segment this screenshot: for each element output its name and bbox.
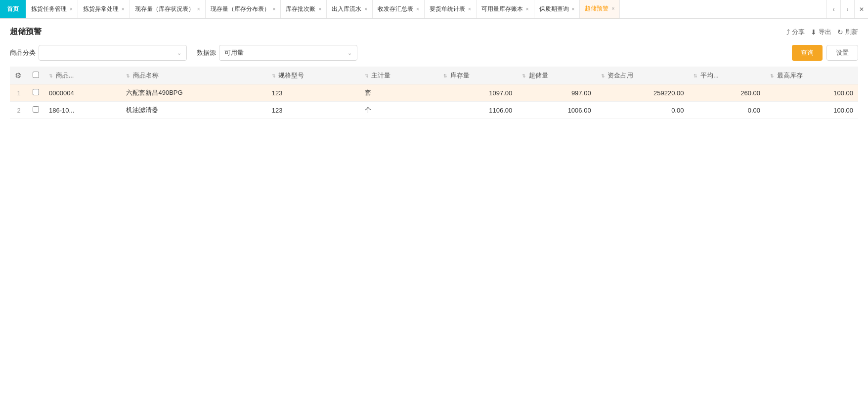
settings-gear-icon[interactable]: ⚙ xyxy=(15,71,21,79)
col-max: ⇅ 最高库存 xyxy=(765,67,858,84)
col-unit-label: 主计量 xyxy=(371,72,391,79)
nav-tab-label-8: 可用量库存账本 xyxy=(481,5,523,13)
nav-tab-close-7[interactable]: × xyxy=(468,6,471,12)
sort-icon-code: ⇅ xyxy=(49,74,53,79)
col-over: ⇅ 超储量 xyxy=(517,67,596,84)
sort-icon-capital: ⇅ xyxy=(601,74,605,79)
row-unit-0: 套 xyxy=(360,84,438,102)
nav-tab-0[interactable]: 拣货任务管理 × xyxy=(26,0,78,19)
nav-arrow-close[interactable]: ✕ xyxy=(854,0,868,19)
row-spec-0: 123 xyxy=(267,84,360,102)
category-label: 商品分类 xyxy=(10,48,36,57)
col-name: ⇅ 商品名称 xyxy=(121,67,266,84)
page-title: 超储预警 xyxy=(10,27,42,37)
row-capital-1: 0.00 xyxy=(596,102,689,119)
row-max-1: 100.00 xyxy=(765,102,858,119)
nav-tab-close-4[interactable]: × xyxy=(318,6,321,12)
col-max-label: 最高库存 xyxy=(777,72,803,79)
datasource-label: 数据源 xyxy=(197,48,216,57)
nav-tab-label-4: 库存批次账 xyxy=(286,5,315,13)
nav-tab-close-10[interactable]: × xyxy=(611,6,614,11)
row-max-0: 100.00 xyxy=(765,84,858,102)
nav-tab-close-2[interactable]: × xyxy=(197,6,200,12)
export-icon: ⬇ xyxy=(811,28,817,36)
nav-tab-label-1: 拣货异常处理 xyxy=(83,5,119,13)
row-checkbox-cell-1 xyxy=(28,102,44,119)
filter-actions: 查询 设置 xyxy=(792,45,858,61)
col-stock: ⇅ 库存量 xyxy=(438,67,517,84)
filter-datasource: 数据源 可用量 ⌄ xyxy=(197,45,357,61)
nav-tab-5[interactable]: 出入库流水 × xyxy=(327,0,373,19)
row-over-1: 1006.00 xyxy=(517,102,596,119)
export-label: 导出 xyxy=(819,28,831,37)
col-code-label: 商品... xyxy=(56,72,74,79)
nav-tab-6[interactable]: 收发存汇总表 × xyxy=(373,0,425,19)
row-unit-1: 个 xyxy=(360,102,438,119)
row-avg-1: 0.00 xyxy=(689,102,765,119)
col-spec: ⇅ 规格型号 xyxy=(267,67,360,84)
nav-home[interactable]: 首页 xyxy=(0,0,26,19)
share-action[interactable]: ⤴ 分享 xyxy=(786,28,805,37)
col-name-label: 商品名称 xyxy=(133,72,159,79)
datasource-value: 可用量 xyxy=(224,48,244,57)
row-checkbox-cell-0 xyxy=(28,84,44,102)
sort-icon-avg: ⇅ xyxy=(694,74,697,79)
sort-icon-spec: ⇅ xyxy=(272,74,276,79)
nav-arrow-left[interactable]: ‹ xyxy=(826,0,840,19)
nav-tab-label-3: 现存量（库存分布表） xyxy=(211,5,270,13)
refresh-label: 刷新 xyxy=(845,28,858,37)
col-capital-label: 资金占用 xyxy=(608,72,633,79)
data-table: ⚙ ⇅ 商品... ⇅ 商品名称 ⇅ 规格型号 ⇅ xyxy=(10,67,858,119)
nav-tab-9[interactable]: 保质期查询 × xyxy=(534,0,580,19)
nav-tab-1[interactable]: 拣货异常处理 × xyxy=(78,0,130,19)
col-avg-label: 平均... xyxy=(700,72,719,79)
nav-tab-close-3[interactable]: × xyxy=(273,6,276,12)
nav-tab-close-8[interactable]: × xyxy=(526,6,529,12)
sort-icon-unit: ⇅ xyxy=(365,74,369,79)
refresh-action[interactable]: ↻ 刷新 xyxy=(837,28,858,37)
nav-tab-close-9[interactable]: × xyxy=(572,6,575,12)
nav-tab-label-7: 要货单统计表 xyxy=(430,5,465,13)
row-avg-0: 260.00 xyxy=(689,84,765,102)
query-button[interactable]: 查询 xyxy=(792,45,823,61)
nav-tab-close-1[interactable]: × xyxy=(122,6,125,12)
filter-category: 商品分类 ⌄ xyxy=(10,45,187,61)
col-select-all xyxy=(28,67,44,84)
nav-tab-close-0[interactable]: × xyxy=(70,6,73,12)
select-all-checkbox[interactable] xyxy=(33,72,39,78)
nav-tab-label-0: 拣货任务管理 xyxy=(31,5,67,13)
nav-tab-label-2: 现存量（库存状况表） xyxy=(135,5,194,13)
col-code: ⇅ 商品... xyxy=(44,67,121,84)
export-action[interactable]: ⬇ 导出 xyxy=(811,28,831,37)
row-name-0: 六配套新昌490BPG xyxy=(121,84,266,102)
col-gear: ⚙ xyxy=(10,67,28,84)
share-label: 分享 xyxy=(792,28,805,37)
nav-tab-close-5[interactable]: × xyxy=(364,6,367,12)
category-select[interactable]: ⌄ xyxy=(39,45,187,61)
col-over-label: 超储量 xyxy=(529,72,548,79)
header-actions: ⤴ 分享 ⬇ 导出 ↻ 刷新 xyxy=(786,28,858,37)
table-row: 2 186-10... 机油滤清器 123 个 1106.00 1006.00 … xyxy=(10,102,858,119)
nav-tab-4[interactable]: 库存批次账 × xyxy=(281,0,327,19)
col-unit: ⇅ 主计量 xyxy=(360,67,438,84)
nav-tab-7[interactable]: 要货单统计表 × xyxy=(425,0,477,19)
nav-tab-2[interactable]: 现存量（库存状况表） × xyxy=(130,0,206,19)
row-select-0[interactable] xyxy=(33,89,39,95)
nav-tab-3[interactable]: 现存量（库存分布表） × xyxy=(206,0,281,19)
share-icon: ⤴ xyxy=(786,28,790,36)
datasource-select[interactable]: 可用量 ⌄ xyxy=(219,45,357,61)
home-label: 首页 xyxy=(7,5,19,13)
nav-tab-label-5: 出入库流水 xyxy=(332,5,361,13)
row-select-1[interactable] xyxy=(33,106,39,113)
nav-tab-10[interactable]: 超储预警 × xyxy=(580,0,620,19)
datasource-arrow-icon: ⌄ xyxy=(347,50,352,56)
nav-arrow-right[interactable]: › xyxy=(840,0,854,19)
nav-tab-close-6[interactable]: × xyxy=(416,6,419,12)
sort-icon-name: ⇅ xyxy=(126,74,130,79)
settings-button[interactable]: 设置 xyxy=(826,45,858,61)
page-content: 超储预警 ⤴ 分享 ⬇ 导出 ↻ 刷新 商品分类 ⌄ 数据源 xyxy=(0,19,868,395)
top-nav: 首页 拣货任务管理 ×拣货异常处理 ×现存量（库存状况表） ×现存量（库存分布表… xyxy=(0,0,868,19)
filter-row: 商品分类 ⌄ 数据源 可用量 ⌄ 查询 设置 xyxy=(10,45,858,61)
nav-tab-8[interactable]: 可用量库存账本 × xyxy=(477,0,534,19)
page-header: 超储预警 ⤴ 分享 ⬇ 导出 ↻ 刷新 xyxy=(10,27,858,37)
